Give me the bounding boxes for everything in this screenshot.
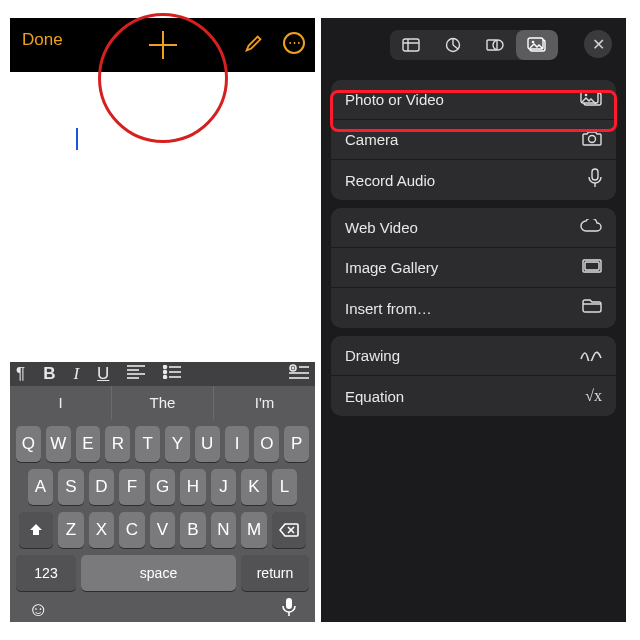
key-G[interactable]: G xyxy=(150,469,176,505)
close-button[interactable]: ✕ xyxy=(584,30,612,58)
key-T[interactable]: T xyxy=(135,426,160,462)
key-Y[interactable]: Y xyxy=(165,426,190,462)
editor-panel: Done ¶ B I U xyxy=(10,18,315,622)
key-D[interactable]: D xyxy=(89,469,115,505)
menu-label: Drawing xyxy=(345,347,400,364)
underline-button[interactable]: U xyxy=(97,364,109,384)
key-L[interactable]: L xyxy=(272,469,298,505)
return-key[interactable]: return xyxy=(241,555,309,591)
svg-rect-36 xyxy=(585,262,599,270)
gallery-icon xyxy=(582,259,602,277)
document-area[interactable] xyxy=(10,72,315,362)
key-C[interactable]: C xyxy=(119,512,145,548)
folder-icon xyxy=(582,299,602,317)
menu-drawing[interactable]: Drawing xyxy=(331,336,616,376)
key-K[interactable]: K xyxy=(241,469,267,505)
key-J[interactable]: J xyxy=(211,469,237,505)
text-cursor xyxy=(76,128,78,150)
menu-label: Equation xyxy=(345,388,404,405)
tab-table[interactable] xyxy=(390,30,432,60)
svg-point-28 xyxy=(531,41,534,44)
photo-icon xyxy=(580,90,602,110)
mic-icon xyxy=(588,168,602,192)
key-S[interactable]: S xyxy=(58,469,84,505)
more-icon[interactable] xyxy=(283,32,305,54)
align-icon[interactable] xyxy=(127,364,145,384)
svg-point-31 xyxy=(585,93,588,96)
tab-chart[interactable] xyxy=(432,30,474,60)
camera-icon xyxy=(582,130,602,150)
delete-key[interactable] xyxy=(272,512,306,548)
key-Z[interactable]: Z xyxy=(58,512,84,548)
editor-toolbar: Done xyxy=(10,18,315,72)
scribble-icon xyxy=(580,347,602,365)
menu-photo-or-video[interactable]: Photo or Video xyxy=(331,80,616,120)
menu-equation[interactable]: Equation√x xyxy=(331,376,616,416)
space-key[interactable]: space xyxy=(81,555,236,591)
menu-camera[interactable]: Camera xyxy=(331,120,616,160)
key-Q[interactable]: Q xyxy=(16,426,41,462)
key-P[interactable]: P xyxy=(284,426,309,462)
tab-shape[interactable] xyxy=(474,30,516,60)
key-H[interactable]: H xyxy=(180,469,206,505)
menu-record-audio[interactable]: Record Audio xyxy=(331,160,616,200)
svg-point-8 xyxy=(164,376,167,379)
bold-button[interactable]: B xyxy=(43,364,55,384)
svg-point-32 xyxy=(589,135,596,142)
sqrt-icon: √x xyxy=(585,387,602,405)
key-A[interactable]: A xyxy=(28,469,54,505)
pilcrow-icon[interactable]: ¶ xyxy=(16,364,25,384)
numbers-key[interactable]: 123 xyxy=(16,555,76,591)
key-U[interactable]: U xyxy=(195,426,220,462)
dictate-key[interactable] xyxy=(281,597,297,622)
key-B[interactable]: B xyxy=(180,512,206,548)
menu-label: Record Audio xyxy=(345,172,435,189)
list-icon[interactable] xyxy=(163,364,181,384)
key-W[interactable]: W xyxy=(46,426,71,462)
svg-point-4 xyxy=(164,366,167,369)
menu-image-gallery[interactable]: Image Gallery xyxy=(331,248,616,288)
key-N[interactable]: N xyxy=(211,512,237,548)
menu-insert-from[interactable]: Insert from… xyxy=(331,288,616,328)
insert-tabs xyxy=(390,30,558,60)
insert-tabs-bar: ✕ xyxy=(321,18,626,72)
insert-panel: ✕ Photo or VideoCameraRecord AudioWeb Vi… xyxy=(321,18,626,622)
predict-3[interactable]: I'm xyxy=(214,386,315,420)
insert-block-icon[interactable] xyxy=(289,364,309,385)
cloud-icon xyxy=(580,219,602,237)
predict-2[interactable]: The xyxy=(112,386,214,420)
predict-1[interactable]: I xyxy=(10,386,112,420)
brush-icon[interactable] xyxy=(243,32,265,54)
svg-rect-20 xyxy=(403,39,419,51)
menu-label: Web Video xyxy=(345,219,418,236)
tab-media[interactable] xyxy=(516,30,558,60)
predictive-bar: I The I'm xyxy=(10,386,315,420)
key-M[interactable]: M xyxy=(241,512,267,548)
insert-button[interactable] xyxy=(149,31,177,59)
shift-key[interactable] xyxy=(19,512,53,548)
italic-button[interactable]: I xyxy=(73,364,79,384)
svg-point-25 xyxy=(493,40,503,50)
key-X[interactable]: X xyxy=(89,512,115,548)
menu-label: Camera xyxy=(345,131,398,148)
menu-group-2: DrawingEquation√x xyxy=(331,336,616,416)
menu-label: Photo or Video xyxy=(345,91,444,108)
keyboard: ¶ B I U I The I'm QW xyxy=(10,362,315,622)
done-button[interactable]: Done xyxy=(22,30,63,50)
menu-group-1: Web VideoImage GalleryInsert from… xyxy=(331,208,616,328)
svg-rect-18 xyxy=(286,598,292,609)
key-V[interactable]: V xyxy=(150,512,176,548)
emoji-key[interactable]: ☺ xyxy=(28,598,48,621)
key-F[interactable]: F xyxy=(119,469,145,505)
key-I[interactable]: I xyxy=(225,426,250,462)
menu-label: Insert from… xyxy=(345,300,432,317)
menu-group-0: Photo or VideoCameraRecord Audio xyxy=(331,80,616,200)
menu-web-video[interactable]: Web Video xyxy=(331,208,616,248)
svg-rect-33 xyxy=(592,169,598,180)
format-bar: ¶ B I U xyxy=(10,362,315,386)
key-E[interactable]: E xyxy=(76,426,101,462)
key-R[interactable]: R xyxy=(105,426,130,462)
key-O[interactable]: O xyxy=(254,426,279,462)
svg-point-6 xyxy=(164,371,167,374)
menu-label: Image Gallery xyxy=(345,259,438,276)
